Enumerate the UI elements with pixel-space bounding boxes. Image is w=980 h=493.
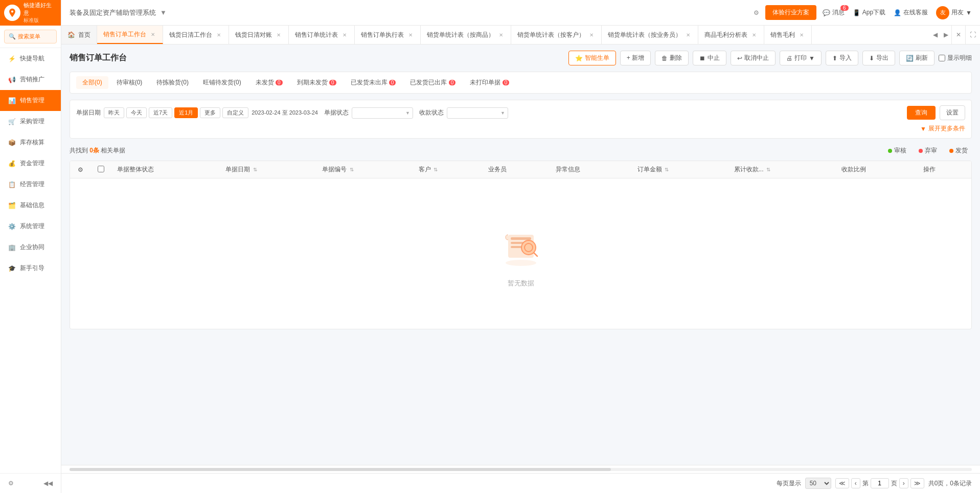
tab-close-all[interactable]: ✕ [951, 26, 965, 44]
filter-action-area: 查询 设置 [907, 105, 965, 120]
tab-close-gross-profit[interactable]: ✕ [750, 32, 758, 38]
tab-close-sales-order[interactable]: ✕ [149, 31, 156, 38]
app-download-action[interactable]: 📱 App下载 [853, 8, 885, 17]
tab-close-sales-profit[interactable]: ✕ [798, 32, 805, 38]
topbar-settings-icon[interactable]: ⚙ [754, 9, 759, 16]
message-action[interactable]: 💬 消息 6 [823, 8, 845, 17]
scrollbar-track[interactable] [70, 468, 972, 471]
date-btn-1month[interactable]: 近1月 [174, 107, 198, 118]
tab-scroll-right[interactable]: ▶ [941, 26, 951, 44]
tab-cash-daily[interactable]: 钱货日清工作台 ✕ [163, 26, 229, 44]
solution-button[interactable]: 体验行业方案 [765, 5, 816, 20]
sidebar-settings-btn[interactable]: ⚙ [4, 478, 18, 489]
tab-close-sales-stats[interactable]: ✕ [341, 32, 348, 38]
query-button[interactable]: 查询 [907, 106, 936, 120]
online-service-action[interactable]: 👤 在线客服 [894, 8, 928, 17]
table-header-row: ⚙ 单据整体状态 单据日期 ⇅ 单据编号 ⇅ 客户 ⇅ 业务员 异常信息 订单金… [70, 161, 971, 178]
sidebar-nav-item-purchase[interactable]: 🛒 采购管理 [0, 111, 61, 132]
first-page-btn[interactable]: ≪ [835, 478, 849, 488]
export-button[interactable]: ⬇ 导出 [862, 51, 895, 65]
user-menu[interactable]: 友 用友 ▼ [936, 6, 972, 19]
show-detail-checkbox[interactable] [939, 55, 945, 61]
status-select[interactable] [352, 107, 413, 119]
subtab-shipped-not-out[interactable]: 已发货未出库 0 [345, 76, 402, 89]
abort-button[interactable]: ⏹ 中止 [693, 51, 726, 65]
col-settings[interactable]: ⚙ [70, 161, 90, 178]
tab-sales-order-workbench[interactable]: 销售订单工作台 ✕ [97, 26, 163, 44]
tab-close-stats-product[interactable]: ✕ [497, 32, 505, 38]
date-btn-custom[interactable]: 自定义 [222, 107, 248, 118]
col-number[interactable]: 单据编号 ⇅ [316, 161, 413, 178]
subtab-not-printed[interactable]: 未打印单据 0 [464, 76, 515, 89]
col-checkbox[interactable] [90, 161, 111, 178]
import-button[interactable]: ⬆ 导入 [826, 51, 858, 65]
tab-gross-profit[interactable]: 商品毛利分析表 ✕ [698, 26, 764, 44]
subtab-expired-not-shipped[interactable]: 到期未发货 0 [291, 76, 343, 89]
tab-home[interactable]: 🏠 首页 [61, 26, 97, 44]
sidebar-nav-item-quicknav[interactable]: ⚡ 快捷导航 [0, 48, 61, 69]
page-input[interactable] [871, 478, 889, 488]
review-action-btn[interactable]: 审核 [884, 145, 910, 156]
cancel-abort-button[interactable]: ↩ 取消中止 [731, 51, 776, 65]
date-btn-today[interactable]: 今天 [126, 107, 147, 118]
horizontal-scrollbar[interactable] [61, 465, 980, 473]
show-detail-toggle[interactable]: 显示明细 [939, 54, 972, 62]
ai-generate-button[interactable]: ⭐ 智能生单 [568, 51, 616, 65]
tab-close-stats-customer[interactable]: ✕ [588, 32, 595, 38]
tab-sales-stats-staff[interactable]: 销货单统计表（按业务员） ✕ [602, 26, 698, 44]
tab-maximize[interactable]: ⛶ [965, 26, 980, 44]
sidebar-nav-item-basic[interactable]: 🗂️ 基础信息 [0, 195, 61, 216]
sidebar-nav-item-marketing[interactable]: 📢 营销推广 [0, 69, 61, 90]
col-date[interactable]: 单据日期 ⇅ [219, 161, 316, 178]
date-btn-7days[interactable]: 近7天 [149, 107, 172, 118]
date-btn-yesterday[interactable]: 昨天 [104, 107, 124, 118]
tab-close-sales-exec[interactable]: ✕ [407, 32, 414, 38]
tab-sales-stats-customer[interactable]: 销货单统计表（按客户） ✕ [511, 26, 602, 44]
col-amount[interactable]: 订单金额 ⇅ [631, 161, 728, 178]
tab-close-cash-daily[interactable]: ✕ [215, 32, 222, 38]
set-button[interactable]: 设置 [940, 105, 965, 120]
tab-scroll-left[interactable]: ◀ [930, 26, 941, 44]
print-button[interactable]: 🖨 打印 ▼ [780, 51, 822, 65]
page-size-select[interactable]: 50 10 20 100 [805, 478, 831, 489]
sidebar-nav-item-guide[interactable]: 🎓 新手引导 [0, 258, 61, 279]
subtab-pending-review[interactable]: 待审核(0) [110, 76, 149, 89]
subtab-not-shipped[interactable]: 未发货 0 [249, 76, 289, 89]
sidebar-nav-item-sales[interactable]: 📊 销售管理 [0, 90, 61, 111]
sidebar-nav-item-system[interactable]: ⚙️ 系统管理 [0, 216, 61, 237]
topbar-dropdown-icon[interactable]: ▼ [160, 9, 167, 16]
search-menu-button[interactable]: 🔍 搜索菜单 [4, 30, 57, 43]
sidebar-collapse-btn[interactable]: ◀◀ [39, 478, 57, 489]
tab-close-cash-reconcile[interactable]: ✕ [275, 32, 282, 38]
abandon-action-btn[interactable]: 弃审 [915, 145, 941, 156]
table-bulk-actions: 审核 弃审 发货 [884, 145, 972, 156]
sidebar-nav-item-finance[interactable]: 💰 资金管理 [0, 153, 61, 174]
sidebar-nav-item-inventory[interactable]: 📦 库存核算 [0, 132, 61, 153]
date-btn-more[interactable]: 更多 [200, 107, 220, 118]
col-customer[interactable]: 客户 ⇅ [413, 161, 482, 178]
next-page-btn[interactable]: › [899, 478, 908, 488]
ship-action-btn[interactable]: 发货 [945, 145, 972, 156]
delete-button[interactable]: 🗑 删除 [655, 51, 689, 65]
collection-select[interactable] [447, 107, 508, 119]
add-button[interactable]: + 新增 [620, 51, 651, 65]
select-all-checkbox[interactable] [98, 166, 104, 172]
subtab-pending-inspect[interactable]: 待拣验货(0) [150, 76, 195, 89]
tab-sales-stats[interactable]: 销售订单统计表 ✕ [289, 26, 355, 44]
sidebar-nav-item-enterprise[interactable]: 🏢 企业协同 [0, 237, 61, 258]
expand-conditions-btn[interactable]: ▼ 展开更多条件 [920, 124, 965, 133]
subtab-shipped-out[interactable]: 已发货已出库 0 [404, 76, 462, 89]
last-page-btn[interactable]: ≫ [910, 478, 924, 488]
tab-sales-stats-product[interactable]: 销货单统计表（按商品） ✕ [421, 26, 511, 44]
tab-close-stats-staff[interactable]: ✕ [685, 32, 692, 38]
scrollbar-thumb[interactable] [70, 468, 611, 471]
sidebar-nav-item-operations[interactable]: 📋 经营管理 [0, 174, 61, 195]
refresh-button[interactable]: 🔄 刷新 [899, 51, 935, 65]
subtab-all[interactable]: 全部(0) [76, 76, 108, 89]
subtab-wangpu-pending[interactable]: 旺铺待发货(0) [197, 76, 247, 89]
prev-page-btn[interactable]: ‹ [851, 478, 860, 488]
tab-sales-exec[interactable]: 销售订单执行表 ✕ [355, 26, 421, 44]
tab-sales-profit[interactable]: 销售毛利 ✕ [764, 26, 812, 44]
tab-cash-reconcile[interactable]: 钱货日清对账 ✕ [229, 26, 289, 44]
col-collected[interactable]: 累计收款... ⇅ [728, 161, 836, 178]
